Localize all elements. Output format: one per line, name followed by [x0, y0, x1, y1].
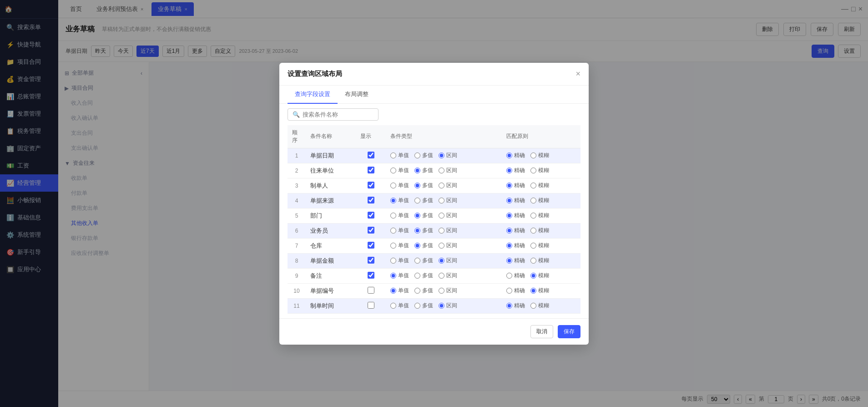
- display-checkbox[interactable]: [368, 272, 374, 279]
- multi-radio[interactable]: [414, 303, 420, 309]
- range-radio[interactable]: [439, 153, 444, 158]
- single-radio[interactable]: [390, 198, 396, 204]
- fuzzy-radio[interactable]: [530, 243, 536, 249]
- range-radio[interactable]: [439, 258, 444, 264]
- single-radio[interactable]: [390, 303, 396, 309]
- exact-radio-label[interactable]: 精确: [506, 152, 525, 159]
- multi-radio-label[interactable]: 多值: [414, 287, 433, 295]
- range-radio-label[interactable]: 区间: [439, 242, 457, 249]
- display-checkbox[interactable]: [368, 197, 374, 204]
- exact-radio[interactable]: [506, 243, 512, 249]
- cell-display[interactable]: [356, 163, 386, 178]
- exact-radio-label[interactable]: 精确: [506, 212, 525, 219]
- range-radio[interactable]: [439, 183, 444, 188]
- display-checkbox[interactable]: [368, 212, 374, 219]
- single-radio-label[interactable]: 单值: [390, 257, 409, 265]
- exact-radio-label[interactable]: 精确: [506, 182, 525, 189]
- search-input[interactable]: [303, 111, 371, 118]
- fuzzy-radio-label[interactable]: 模糊: [530, 272, 549, 280]
- display-checkbox[interactable]: [368, 242, 374, 249]
- exact-radio-label[interactable]: 精确: [506, 257, 525, 265]
- display-checkbox[interactable]: [368, 302, 374, 309]
- fuzzy-radio[interactable]: [530, 213, 536, 219]
- exact-radio-label[interactable]: 精确: [506, 302, 525, 310]
- multi-radio[interactable]: [414, 258, 420, 264]
- fuzzy-radio[interactable]: [530, 288, 536, 294]
- modal-save-button[interactable]: 保存: [558, 325, 580, 338]
- display-checkbox[interactable]: [368, 227, 374, 234]
- fuzzy-radio-label[interactable]: 模糊: [530, 242, 549, 249]
- exact-radio-label[interactable]: 精确: [506, 242, 525, 249]
- range-radio[interactable]: [439, 198, 444, 204]
- fuzzy-radio[interactable]: [530, 153, 536, 158]
- cell-display[interactable]: [356, 298, 386, 313]
- range-radio-label[interactable]: 区间: [439, 152, 457, 159]
- fuzzy-radio-label[interactable]: 模糊: [530, 182, 549, 189]
- fuzzy-radio[interactable]: [530, 273, 536, 279]
- fuzzy-radio-label[interactable]: 模糊: [530, 197, 549, 204]
- single-radio[interactable]: [390, 213, 396, 219]
- range-radio[interactable]: [439, 213, 444, 219]
- single-radio[interactable]: [390, 258, 396, 264]
- single-radio-label[interactable]: 单值: [390, 227, 409, 234]
- fuzzy-radio-label[interactable]: 模糊: [530, 287, 549, 295]
- modal-tab-layout[interactable]: 布局调整: [338, 86, 376, 104]
- single-radio-label[interactable]: 单值: [390, 272, 409, 280]
- single-radio[interactable]: [390, 183, 396, 188]
- multi-radio[interactable]: [414, 183, 420, 188]
- single-radio-label[interactable]: 单值: [390, 182, 409, 189]
- exact-radio-label[interactable]: 精确: [506, 167, 525, 174]
- single-radio-label[interactable]: 单值: [390, 242, 409, 249]
- multi-radio[interactable]: [414, 228, 420, 234]
- fuzzy-radio-label[interactable]: 模糊: [530, 302, 549, 310]
- range-radio-label[interactable]: 区间: [439, 182, 457, 189]
- cancel-button[interactable]: 取消: [530, 325, 553, 338]
- single-radio-label[interactable]: 单值: [390, 167, 409, 174]
- range-radio-label[interactable]: 区间: [439, 257, 457, 265]
- cell-display[interactable]: [356, 223, 386, 238]
- multi-radio[interactable]: [414, 213, 420, 219]
- single-radio[interactable]: [390, 168, 396, 173]
- modal-tab-query-fields[interactable]: 查询字段设置: [288, 86, 338, 104]
- fuzzy-radio-label[interactable]: 模糊: [530, 257, 549, 265]
- exact-radio[interactable]: [506, 183, 512, 188]
- multi-radio-label[interactable]: 多值: [414, 182, 433, 189]
- multi-radio[interactable]: [414, 288, 420, 294]
- multi-radio[interactable]: [414, 273, 420, 279]
- exact-radio[interactable]: [506, 168, 512, 173]
- range-radio[interactable]: [439, 303, 444, 309]
- single-radio[interactable]: [390, 153, 396, 158]
- fuzzy-radio[interactable]: [530, 258, 536, 264]
- multi-radio-label[interactable]: 多值: [414, 212, 433, 219]
- range-radio-label[interactable]: 区间: [439, 302, 457, 310]
- fuzzy-radio-label[interactable]: 模糊: [530, 212, 549, 219]
- multi-radio[interactable]: [414, 243, 420, 249]
- exact-radio[interactable]: [506, 258, 512, 264]
- single-radio[interactable]: [390, 288, 396, 294]
- fuzzy-radio-label[interactable]: 模糊: [530, 152, 549, 159]
- fuzzy-radio[interactable]: [530, 228, 536, 234]
- cell-display[interactable]: [356, 148, 386, 163]
- range-radio-label[interactable]: 区间: [439, 287, 457, 295]
- display-checkbox[interactable]: [368, 152, 374, 158]
- display-checkbox[interactable]: [368, 257, 374, 264]
- multi-radio[interactable]: [414, 198, 420, 204]
- display-checkbox[interactable]: [368, 182, 374, 188]
- multi-radio-label[interactable]: 多值: [414, 227, 433, 234]
- cell-display[interactable]: [356, 178, 386, 193]
- single-radio[interactable]: [390, 228, 396, 234]
- fuzzy-radio-label[interactable]: 模糊: [530, 167, 549, 174]
- multi-radio[interactable]: [414, 153, 420, 158]
- multi-radio-label[interactable]: 多值: [414, 152, 433, 159]
- multi-radio-label[interactable]: 多值: [414, 197, 433, 204]
- single-radio-label[interactable]: 单值: [390, 212, 409, 219]
- display-checkbox[interactable]: [368, 287, 374, 294]
- range-radio[interactable]: [439, 243, 444, 249]
- single-radio[interactable]: [390, 243, 396, 249]
- multi-radio-label[interactable]: 多值: [414, 272, 433, 280]
- range-radio-label[interactable]: 区间: [439, 167, 457, 174]
- fuzzy-radio[interactable]: [530, 198, 536, 204]
- single-radio-label[interactable]: 单值: [390, 302, 409, 310]
- range-radio[interactable]: [439, 288, 444, 294]
- single-radio-label[interactable]: 单值: [390, 197, 409, 204]
